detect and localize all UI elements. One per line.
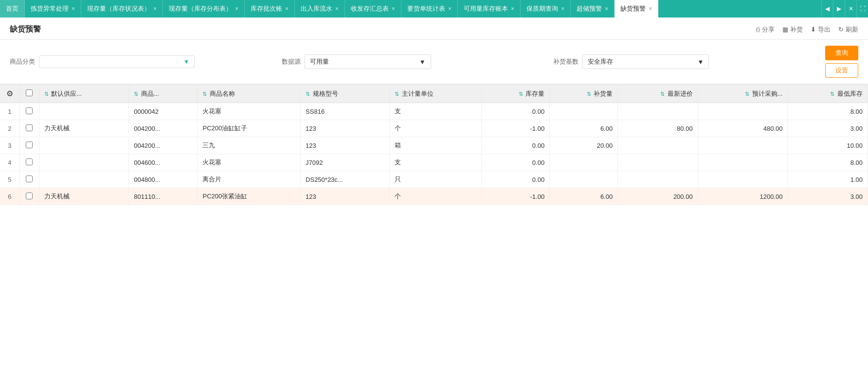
tab-home[interactable]: 首页 [0, 0, 25, 18]
row-checkbox[interactable] [26, 176, 33, 182]
filter-action-buttons: 查询 设置 [825, 46, 858, 78]
col-settings[interactable]: ⚙ [0, 85, 19, 103]
table-row: 3 004200... 三九 123 箱 0.00 20.00 10.00 [0, 137, 868, 154]
tab-close-order-stats[interactable]: × [448, 5, 452, 12]
row-checkbox[interactable] [26, 158, 33, 165]
row-product-name: 离合片 [198, 171, 301, 188]
replenish-button[interactable]: ▦ 补货 [782, 25, 803, 34]
row-num-cell: 4 [0, 154, 19, 171]
col-latest-price[interactable]: ⇅ 最新进价 [618, 85, 698, 103]
row-checkbox-cell[interactable] [19, 188, 39, 205]
filter-replenish-base-select[interactable]: 安全库存 ▼ [582, 54, 709, 69]
tab-close-exception[interactable]: × [72, 5, 75, 12]
query-button[interactable]: 查询 [825, 46, 858, 60]
sort-icon: ⇅ [587, 91, 591, 97]
share-button[interactable]: ⎙ 分享 [756, 25, 775, 34]
row-product-name: 火花塞 [198, 154, 301, 171]
tab-inventory-status[interactable]: 现存量（库存状况表） × [81, 0, 163, 18]
filter-category-arrow-icon: ▼ [183, 58, 189, 65]
row-checkbox[interactable] [26, 107, 33, 114]
row-product-code: 0000042 [129, 103, 198, 120]
row-replenish-qty: 6.00 [550, 188, 618, 205]
row-min-stock: 10.00 [788, 137, 868, 154]
filter-replenish-base-value: 安全库存 [588, 57, 613, 66]
row-checkbox-cell[interactable] [19, 103, 39, 120]
row-default-supplier: 力天机械 [39, 120, 129, 137]
tab-close-available-ledger[interactable]: × [511, 5, 514, 12]
tab-fullscreen-button[interactable]: ⛶ [856, 0, 868, 18]
filter-datasource-select[interactable]: 可用量 ▼ [305, 54, 431, 69]
row-checkbox-cell[interactable] [19, 120, 39, 137]
row-product-name: PC200油缸缸子 [198, 120, 301, 137]
tab-exception[interactable]: 拣货异常处理 × [25, 0, 81, 18]
tab-close-in-out-flow[interactable]: × [335, 5, 339, 12]
tab-close-expiry-query[interactable]: × [561, 5, 564, 12]
col-stock[interactable]: ⇅ 库存量 [482, 85, 550, 103]
tab-close-shortage[interactable]: × [649, 5, 652, 12]
col-product-code[interactable]: ⇅ 商品... [129, 85, 198, 103]
refresh-icon: ↻ [838, 26, 844, 33]
tab-batch-account[interactable]: 库存批次账 × [245, 0, 295, 18]
filter-datasource-arrow-icon: ▼ [419, 58, 426, 66]
tab-close-overstock[interactable]: × [605, 5, 608, 12]
row-num-cell: 6 [0, 188, 19, 205]
row-num-cell: 1 [0, 103, 19, 120]
tab-order-stats[interactable]: 要货单统计表 × [401, 0, 458, 18]
tab-shortage[interactable]: 缺货预警 × [615, 0, 658, 18]
tab-available-ledger[interactable]: 可用量库存账本 × [458, 0, 521, 18]
row-spec: SS816 [301, 103, 390, 120]
tab-close-batch-account[interactable]: × [285, 5, 289, 12]
filter-category-label: 商品分类 [10, 57, 35, 66]
row-checkbox[interactable] [26, 124, 33, 131]
row-latest-price [618, 103, 698, 120]
col-unit[interactable]: ⇅ 主计量单位 [390, 85, 482, 103]
tab-close-inventory-dist[interactable]: × [235, 5, 238, 12]
row-estimated-purchase: 480.00 [698, 120, 788, 137]
row-stock: 0.00 [482, 137, 550, 154]
row-min-stock: 8.00 [788, 154, 868, 171]
col-default-supplier[interactable]: ⇅ 默认供应... [39, 85, 129, 103]
tab-inventory-dist[interactable]: 现存量（库存分布表） × [163, 0, 245, 18]
row-checkbox[interactable] [26, 193, 33, 199]
row-spec: 123 [301, 188, 390, 205]
select-all-checkbox[interactable] [26, 89, 33, 96]
tab-in-out-flow[interactable]: 出入库流水 × [295, 0, 345, 18]
row-checkbox-cell[interactable] [19, 137, 39, 154]
tab-receive-summary[interactable]: 收发存汇总表 × [345, 0, 401, 18]
tab-next-button[interactable]: ▶ [833, 0, 845, 18]
row-default-supplier: 力天机械 [39, 188, 129, 205]
row-unit: 个 [390, 188, 482, 205]
row-product-code: 004600... [129, 154, 198, 171]
col-estimated-purchase[interactable]: ⇅ 预计采购... [698, 85, 788, 103]
col-checkbox[interactable] [19, 85, 39, 103]
filter-replenish-base-label: 补货基数 [553, 57, 579, 66]
tab-overstock[interactable]: 超储预警 × [571, 0, 615, 18]
row-checkbox[interactable] [26, 141, 33, 148]
settings-button[interactable]: 设置 [825, 63, 858, 78]
row-latest-price: 80.00 [618, 120, 698, 137]
row-stock: 0.00 [482, 154, 550, 171]
refresh-button[interactable]: ↻ 刷新 [838, 25, 858, 34]
tab-expiry-query[interactable]: 保质期查询 × [521, 0, 571, 18]
filter-category-segment: 商品分类 ▼ [10, 55, 282, 68]
tab-close-inventory-status[interactable]: × [153, 5, 157, 12]
row-latest-price [618, 154, 698, 171]
tab-prev-button[interactable]: ◀ [821, 0, 833, 18]
row-num-cell: 5 [0, 171, 19, 188]
tab-close-receive-summary[interactable]: × [392, 5, 395, 12]
filter-category-select[interactable]: ▼ [39, 55, 195, 68]
row-checkbox-cell[interactable] [19, 171, 39, 188]
row-min-stock: 8.00 [788, 103, 868, 120]
export-button[interactable]: ⬇ 导出 [811, 25, 831, 34]
col-spec[interactable]: ⇅ 规格型号 [301, 85, 390, 103]
col-replenish-qty[interactable]: ⇅ 补货量 [550, 85, 618, 103]
tab-close-others-button[interactable]: ✕ [845, 0, 856, 18]
row-spec: 123 [301, 120, 390, 137]
row-checkbox-cell[interactable] [19, 154, 39, 171]
sort-icon: ⇅ [745, 91, 749, 97]
settings-gear-icon[interactable]: ⚙ [6, 89, 13, 98]
sort-icon: ⇅ [134, 91, 138, 97]
export-icon: ⬇ [811, 26, 816, 33]
col-min-stock[interactable]: ⇅ 最低库存 [788, 85, 868, 103]
col-product-name[interactable]: ⇅ 商品名称 [198, 85, 301, 103]
